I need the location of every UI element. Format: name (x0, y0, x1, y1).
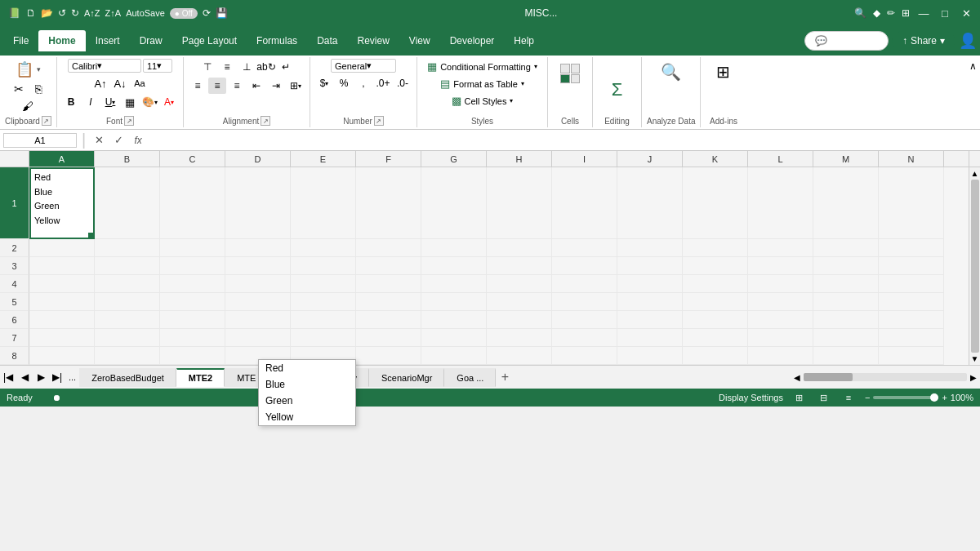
row-header-6[interactable]: 6 (0, 311, 29, 329)
scroll-up-btn[interactable]: ▲ (971, 169, 979, 178)
cell-D7[interactable] (225, 329, 291, 347)
cell-A7[interactable] (29, 329, 95, 347)
user-icon[interactable]: 👤 (959, 32, 977, 50)
tab-nav-first[interactable]: |◀ (0, 369, 16, 385)
cell-N3[interactable] (879, 257, 944, 275)
cell-C8[interactable] (160, 347, 225, 365)
cell-A8[interactable] (29, 347, 95, 365)
cells-big-btn[interactable] (560, 64, 580, 83)
tab-page-layout[interactable]: Page Layout (172, 30, 247, 51)
font-size-dropdown[interactable]: 11▾ (143, 59, 172, 73)
cell-E4[interactable] (291, 275, 356, 293)
cell-K5[interactable] (683, 293, 748, 311)
col-header-C[interactable]: C (160, 151, 225, 167)
cell-H6[interactable] (487, 311, 552, 329)
orientation-btn[interactable]: ab↻ (257, 59, 275, 75)
maximize-btn[interactable]: □ (938, 6, 952, 20)
scroll-down-btn[interactable]: ▼ (971, 354, 979, 363)
shrink-font-btn[interactable]: A↓ (111, 75, 129, 91)
sort-za-icon[interactable]: Z↑A (105, 8, 122, 18)
cell-C1[interactable] (160, 167, 225, 239)
cell-L8[interactable] (748, 347, 813, 365)
tab-insert[interactable]: Insert (86, 30, 130, 51)
quick-access-new[interactable]: 🗋 (26, 7, 36, 19)
col-header-F[interactable]: F (356, 151, 421, 167)
cell-C7[interactable] (160, 329, 225, 347)
col-header-A[interactable]: A (29, 151, 95, 167)
tab-nav-prev[interactable]: ◀ (16, 369, 33, 385)
border-btn[interactable]: ▦ (121, 94, 139, 110)
cell-C5[interactable] (160, 293, 225, 311)
autocomplete-item[interactable]: Green (259, 393, 355, 409)
col-header-K[interactable]: K (683, 151, 748, 167)
font-name-dropdown[interactable]: Calibri▾ (68, 59, 141, 73)
cell-B1[interactable] (95, 167, 160, 239)
cell-B2[interactable] (95, 239, 160, 257)
cell-N8[interactable] (879, 347, 944, 365)
cell-N5[interactable] (879, 293, 944, 311)
insert-function-btn[interactable]: fx (130, 132, 146, 149)
cell-J4[interactable] (617, 275, 683, 293)
cell-H8[interactable] (487, 347, 552, 365)
cell-B3[interactable] (95, 257, 160, 275)
align-center-btn[interactable]: ≡ (208, 78, 226, 94)
cell-G6[interactable] (421, 311, 487, 329)
cell-M8[interactable] (813, 347, 879, 365)
cut-button[interactable]: ✂ (10, 81, 28, 97)
align-top-btn[interactable]: ⊤ (198, 59, 216, 75)
cell-N2[interactable] (879, 239, 944, 257)
sheet-tab-Goa[interactable]: Goa ... (444, 368, 496, 387)
cell-J1[interactable] (617, 167, 683, 239)
cell-G8[interactable] (421, 347, 487, 365)
row-header-2[interactable]: 2 (0, 239, 29, 257)
cell-J2[interactable] (617, 239, 683, 257)
cell-L7[interactable] (748, 329, 813, 347)
col-header-H[interactable]: H (487, 151, 552, 167)
page-break-view-btn[interactable]: ≡ (840, 389, 857, 406)
cell-A6[interactable] (29, 311, 95, 329)
zoom-out-btn[interactable]: − (865, 393, 870, 402)
wrap-text-btn[interactable]: ↵ (277, 59, 295, 75)
indent-dec-btn[interactable]: ⇤ (247, 78, 265, 94)
cell-K6[interactable] (683, 311, 748, 329)
paste-dropdown[interactable]: ▾ (37, 65, 41, 73)
underline-btn[interactable]: U▾ (101, 94, 119, 110)
col-header-J[interactable]: J (617, 151, 683, 167)
cell-F7[interactable] (356, 329, 421, 347)
cell-C4[interactable] (160, 275, 225, 293)
font-color-btn[interactable]: A▾ (160, 94, 178, 110)
cell-J3[interactable] (617, 257, 683, 275)
zoom-slider[interactable] (873, 396, 938, 399)
tab-help[interactable]: Help (504, 30, 544, 51)
cell-M3[interactable] (813, 257, 879, 275)
cell-I8[interactable] (552, 347, 617, 365)
tab-nav-last[interactable]: ▶| (49, 369, 65, 385)
align-bottom-btn[interactable]: ⊥ (238, 59, 256, 75)
cell-E6[interactable] (291, 311, 356, 329)
cell-H1[interactable] (487, 167, 552, 239)
tab-developer[interactable]: Developer (440, 30, 505, 51)
row-header-5[interactable]: 5 (0, 293, 29, 311)
paste-button[interactable]: 📋 ▾ (11, 59, 47, 80)
grid-icon[interactable]: ⊞ (902, 7, 910, 19)
cell-F3[interactable] (356, 257, 421, 275)
cell-L4[interactable] (748, 275, 813, 293)
cell-K1[interactable] (683, 167, 748, 239)
cell-D6[interactable] (225, 311, 291, 329)
tab-file[interactable]: File (3, 30, 38, 51)
autocomplete-item[interactable]: Red (259, 360, 355, 376)
autocomplete-item[interactable]: Blue (259, 376, 355, 393)
zoom-in-btn[interactable]: + (942, 393, 947, 402)
tab-data[interactable]: Data (307, 30, 347, 51)
tab-home[interactable]: Home (38, 30, 85, 51)
cell-F5[interactable] (356, 293, 421, 311)
cell-H5[interactable] (487, 293, 552, 311)
redo-btn[interactable]: ↻ (71, 7, 79, 19)
copy-button[interactable]: ⎘ (29, 81, 47, 97)
diamond-icon[interactable]: ◆ (873, 7, 880, 19)
fill-handle[interactable] (88, 233, 93, 238)
cell-F2[interactable] (356, 239, 421, 257)
cell-I3[interactable] (552, 257, 617, 275)
cell-H2[interactable] (487, 239, 552, 257)
cell-M1[interactable] (813, 167, 879, 239)
